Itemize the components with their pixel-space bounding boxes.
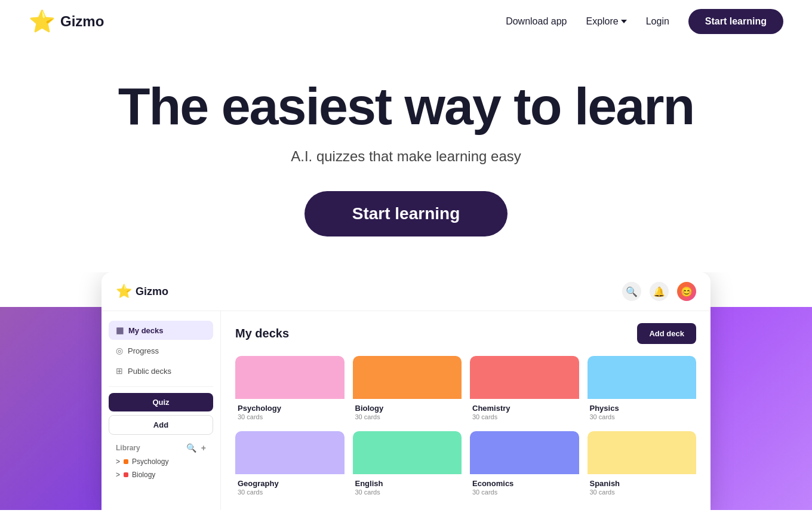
hero-start-learning-button[interactable]: Start learning — [304, 191, 508, 236]
app-main-content: My decks Add deck Psychology 30 cards — [221, 311, 710, 510]
sidebar-item-my-decks[interactable]: ▦ My decks — [109, 321, 213, 340]
economics-card-info: Economics 30 cards — [470, 474, 579, 498]
chemistry-card-count: 30 cards — [472, 413, 577, 420]
app-window: ⭐ Gizmo 🔍 🔔 😊 ▦ My decks ◎ Progress — [102, 272, 710, 510]
spanish-card-color — [588, 431, 697, 474]
deck-card-psychology[interactable]: Psychology 30 cards — [235, 356, 345, 423]
explore-dropdown[interactable]: Explore — [586, 16, 626, 27]
hero-subtitle: A.I. quizzes that make learning easy — [12, 148, 800, 165]
sidebar-public-decks-label: Public decks — [128, 367, 171, 376]
deck-card-spanish[interactable]: Spanish 30 cards — [588, 431, 697, 498]
english-card-color — [353, 431, 462, 474]
chevron-down-icon — [621, 20, 627, 23]
biology-dot — [124, 472, 128, 477]
app-logo-star-icon: ⭐ — [116, 284, 132, 299]
sidebar-item-public-decks[interactable]: ⊞ Public decks — [109, 361, 213, 380]
spanish-card-count: 30 cards — [590, 489, 694, 496]
explore-label: Explore — [586, 16, 618, 27]
sidebar-library-psychology-label: Psychology — [132, 457, 168, 466]
hero-section: The easiest way to learn A.I. quizzes th… — [0, 43, 812, 236]
psychology-card-count: 30 cards — [238, 413, 342, 420]
sidebar-library-item-biology[interactable]: > Biology — [109, 468, 213, 481]
sidebar-quiz-button[interactable]: Quiz — [109, 393, 213, 411]
app-window-header: ⭐ Gizmo 🔍 🔔 😊 — [102, 272, 710, 311]
sidebar-progress-label: Progress — [128, 346, 159, 355]
hero-title: The easiest way to learn — [48, 79, 764, 134]
deck-card-english[interactable]: English 30 cards — [353, 431, 462, 498]
nav-logo[interactable]: ⭐ Gizmo — [29, 9, 104, 34]
navbar: ⭐ Gizmo Download app Explore Login Start… — [0, 0, 812, 43]
biology-card-title: Biology — [355, 404, 460, 413]
app-preview-section: ⭐ Gizmo 🔍 🔔 😊 ▦ My decks ◎ Progress — [0, 272, 812, 510]
chemistry-card-title: Chemistry — [472, 404, 577, 413]
app-logo[interactable]: ⭐ Gizmo — [116, 284, 168, 299]
psychology-dot — [124, 459, 128, 464]
library-label: Library — [116, 444, 140, 452]
chemistry-card-color — [470, 356, 579, 399]
chemistry-card-info: Chemistry 30 cards — [470, 399, 579, 423]
biology-card-info: Biology 30 cards — [353, 399, 462, 423]
physics-card-color — [588, 356, 697, 399]
logo-text: Gizmo — [60, 13, 104, 30]
english-card-title: English — [355, 479, 460, 488]
main-header: My decks Add deck — [235, 323, 696, 344]
nav-start-learning-button[interactable]: Start learning — [688, 9, 783, 34]
sidebar-library-header: Library 🔍 + — [109, 438, 213, 455]
physics-card-count: 30 cards — [590, 413, 694, 420]
sidebar-library-item-psychology[interactable]: > Psychology — [109, 455, 213, 468]
library-add-icon[interactable]: + — [201, 443, 206, 453]
sidebar-item-progress[interactable]: ◎ Progress — [109, 341, 213, 360]
biology-card-color — [353, 356, 462, 399]
deck-card-chemistry[interactable]: Chemistry 30 cards — [470, 356, 579, 423]
nav-right: Download app Explore Login Start learnin… — [506, 9, 783, 34]
psychology-card-info: Psychology 30 cards — [235, 399, 345, 423]
psychology-card-color — [235, 356, 345, 399]
geography-card-color — [235, 431, 345, 474]
logo-star-icon: ⭐ — [29, 9, 56, 34]
sidebar-divider — [109, 386, 213, 387]
deck-card-economics[interactable]: Economics 30 cards — [470, 431, 579, 498]
spanish-card-info: Spanish 30 cards — [588, 474, 697, 498]
sidebar-btn-group: Quiz Add — [109, 393, 213, 435]
avatar-button[interactable]: 😊 — [677, 282, 696, 301]
app-sidebar: ▦ My decks ◎ Progress ⊞ Public decks Qui… — [102, 311, 221, 510]
sidebar-library-biology-label: Biology — [132, 471, 155, 479]
public-decks-icon: ⊞ — [116, 366, 123, 376]
app-logo-text: Gizmo — [136, 285, 168, 298]
add-deck-button[interactable]: Add deck — [637, 323, 696, 344]
economics-card-color — [470, 431, 579, 474]
geography-card-count: 30 cards — [238, 489, 342, 496]
my-decks-icon: ▦ — [116, 325, 124, 335]
english-card-count: 30 cards — [355, 489, 460, 496]
library-search-icon[interactable]: 🔍 — [186, 443, 196, 453]
decks-grid-row1: Psychology 30 cards Biology 30 cards — [235, 356, 696, 423]
decks-grid-row2: Geography 30 cards English 30 cards — [235, 431, 696, 498]
deck-card-biology[interactable]: Biology 30 cards — [353, 356, 462, 423]
physics-card-info: Physics 30 cards — [588, 399, 697, 423]
economics-card-count: 30 cards — [472, 489, 577, 496]
physics-card-title: Physics — [590, 404, 694, 413]
sidebar-my-decks-label: My decks — [128, 326, 164, 335]
deck-card-physics[interactable]: Physics 30 cards — [588, 356, 697, 423]
progress-icon: ◎ — [116, 346, 123, 355]
app-body: ▦ My decks ◎ Progress ⊞ Public decks Qui… — [102, 311, 710, 510]
download-app-link[interactable]: Download app — [506, 16, 567, 27]
app-header-icons: 🔍 🔔 😊 — [622, 282, 696, 301]
english-card-info: English 30 cards — [353, 474, 462, 498]
main-title: My decks — [235, 327, 289, 340]
psychology-card-title: Psychology — [238, 404, 342, 413]
economics-card-title: Economics — [472, 479, 577, 488]
biology-card-count: 30 cards — [355, 413, 460, 420]
search-icon-button[interactable]: 🔍 — [622, 282, 641, 301]
spanish-card-title: Spanish — [590, 479, 694, 488]
notification-icon-button[interactable]: 🔔 — [650, 282, 669, 301]
sidebar-add-button[interactable]: Add — [109, 415, 213, 435]
geography-card-title: Geography — [238, 479, 342, 488]
geography-card-info: Geography 30 cards — [235, 474, 345, 498]
deck-card-geography[interactable]: Geography 30 cards — [235, 431, 345, 498]
sidebar-library-icons: 🔍 + — [186, 443, 206, 453]
login-link[interactable]: Login — [646, 16, 669, 27]
